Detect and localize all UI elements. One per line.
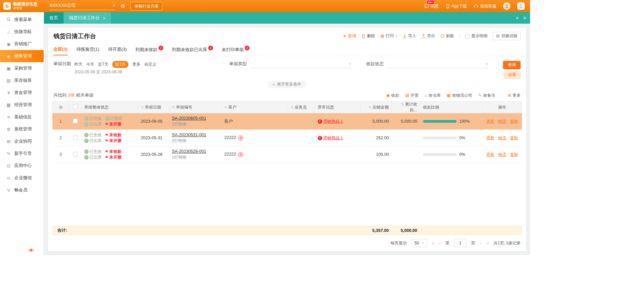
doc-type-select[interactable]: ∨	[250, 61, 352, 68]
date-option-more[interactable]: 更多	[132, 62, 140, 67]
filter-tab-to-invoice[interactable]: 待开票(3)	[108, 44, 127, 55]
column-settings-icon[interactable]: ⚙	[59, 105, 63, 110]
print-button[interactable]: 打印▾	[380, 33, 397, 39]
export-icon	[422, 34, 426, 38]
select-all-checkbox[interactable]	[73, 104, 78, 109]
col-date[interactable]: ⇅单据日期	[138, 101, 169, 113]
table-row[interactable]: 2 ✓已生效 ⚑未收款 ✓已出库 ⚑未开票	[52, 130, 522, 146]
doc-number-link[interactable]: SA-20230605-001	[172, 116, 206, 121]
sidebar-item-collaboration[interactable]: ⊞企业协同	[0, 135, 44, 147]
trial-industry-button[interactable]: 体验行业方案	[130, 2, 162, 10]
doc-number-link[interactable]: SA-20230526-001	[172, 149, 206, 154]
logistics-link[interactable]: 物流	[498, 119, 506, 124]
view-link[interactable]: 查看	[486, 152, 494, 157]
expand-more-conditions[interactable]: » 展开更多条件	[268, 81, 306, 88]
col-customer[interactable]: ⇅客户	[222, 101, 288, 113]
last-page-button[interactable]: »	[486, 241, 489, 245]
add-button[interactable]: 新增	[343, 33, 356, 39]
sidebar-item-search-menu[interactable]: 搜索菜单	[0, 14, 44, 26]
filter-tab-all[interactable]: 全部(3)	[53, 44, 68, 55]
row-checkbox[interactable]	[73, 152, 78, 157]
table-row[interactable]: 3 ✓已生效 ⚑未收款 ✓已出库 ⚑未开票	[52, 146, 522, 163]
bag-icon: ▣	[6, 66, 11, 71]
col-received[interactable]: ⇅累计收款...	[392, 101, 420, 113]
sidebar-item-funds[interactable]: ¥资金管理	[0, 87, 44, 99]
sidebar-item-app-center[interactable]: ⊡应用中心	[0, 160, 44, 172]
secondary-avatar[interactable]	[517, 2, 525, 10]
payment-status-select[interactable]: ∨	[387, 61, 489, 68]
row-received: 5,000.00	[392, 113, 420, 130]
app-download-button[interactable]: App下载	[446, 3, 467, 9]
col-number[interactable]: ⇅单据编号	[169, 101, 222, 113]
date-option-yesterday[interactable]: 昨天	[74, 62, 82, 67]
batch-change-remark[interactable]: ✎改备注	[478, 93, 495, 98]
batch-change-warehouse[interactable]: ⌂改仓库	[425, 93, 440, 98]
filter-tab-overdue-shipped[interactable]: 到期未收款已出库2	[172, 43, 213, 56]
copy-link[interactable]: 复制	[510, 119, 518, 124]
import-button[interactable]: 导入	[403, 33, 416, 39]
filter-tab-unprinted[interactable]: 未打印单据3	[222, 43, 249, 56]
view-link[interactable]: 查看	[486, 119, 494, 124]
row-checkbox[interactable]	[73, 119, 78, 123]
user-avatar[interactable]	[503, 2, 510, 10]
date-option-7days[interactable]: 近7天	[98, 62, 109, 67]
gear-icon[interactable]: ⚙	[121, 3, 125, 9]
next-page-button[interactable]: ›	[480, 241, 482, 245]
messages-button[interactable]: 99+ 消息	[424, 3, 439, 9]
per-page-select[interactable]: 50∨	[411, 239, 427, 247]
status-filter-tabs: 全部(3) 待拣验货(1) 待开票(3) 到期未收款2 到期未收款已出库2 未打…	[48, 43, 526, 56]
show-detail-checkbox[interactable]	[465, 34, 470, 39]
close-all-tabs-icon[interactable]: ×	[516, 15, 519, 21]
date-option-1month[interactable]: 近1月	[112, 61, 129, 68]
sidebar-item-membership[interactable]: V畅会员	[0, 184, 44, 196]
sidebar-item-marketing[interactable]: ◉营销推广	[0, 38, 44, 50]
date-option-custom[interactable]: 自定义	[144, 62, 156, 67]
col-amount[interactable]: ⇅实销金额	[361, 101, 392, 113]
tab-home[interactable]: 首页	[44, 12, 64, 24]
date-option-today[interactable]: 今天	[86, 62, 94, 67]
switch-legacy-button[interactable]: 切换旧版	[493, 32, 521, 40]
settings-button[interactable]: 设置	[504, 71, 521, 79]
tab-workbench[interactable]: 钱货日清工作台 ×	[64, 12, 111, 24]
close-tab-icon[interactable]: ×	[103, 16, 105, 21]
prev-page-button[interactable]: ‹	[439, 241, 441, 245]
sidebar-item-inventory[interactable]: ▤库存核算	[0, 74, 44, 87]
doc-detail-count: 1行明细	[172, 121, 219, 127]
view-link[interactable]: 查看	[486, 136, 494, 140]
sidebar-item-wecom[interactable]: ⊙企业微信	[0, 172, 44, 184]
logistics-link[interactable]: 物流	[498, 152, 506, 157]
sidebar-item-system[interactable]: ⚙系统管理	[0, 123, 44, 135]
sidebar-item-operations[interactable]: ▦经营管理	[0, 99, 44, 111]
sidebar-item-quick-nav[interactable]: ⌂快捷导航	[0, 26, 44, 38]
batch-change-logistics[interactable]: ▦改物流公司	[447, 93, 472, 98]
refresh-button[interactable]: 刷新	[440, 33, 454, 39]
sidebar-item-purchasing[interactable]: ▣采购管理	[0, 62, 44, 74]
copy-link[interactable]: 复制	[510, 136, 518, 140]
exception-link[interactable]: !滞销商品 1	[318, 135, 343, 141]
batch-more[interactable]: ⊞更多	[508, 93, 521, 98]
row-checkbox[interactable]	[73, 135, 78, 140]
company-selector[interactable]: XXXXXX公司 ∨	[49, 2, 115, 10]
batch-receive-payment[interactable]: ◉收款	[386, 93, 399, 98]
online-support-button[interactable]: 在线客服	[474, 3, 496, 9]
batch-invoice[interactable]: ▤开票	[405, 93, 419, 98]
page-number-input[interactable]	[454, 239, 467, 247]
doc-number-link[interactable]: SA-20230531-001	[172, 133, 206, 137]
table-row[interactable]: 1 ✓已生效 ✓已拣货 ✓已出库 ⚑未开票	[52, 113, 522, 130]
delete-button[interactable]: 删除	[361, 33, 375, 39]
filter-tab-overdue-unpaid[interactable]: 到期未收款2	[136, 43, 163, 56]
tab-menu-icon[interactable]: ≡	[523, 15, 526, 21]
logistics-link[interactable]: 物流	[498, 136, 506, 140]
filter-tab-to-pick[interactable]: 待拣验货(1)	[76, 44, 99, 55]
voice-assistant-icon[interactable]	[28, 247, 34, 254]
export-button[interactable]: 导出	[422, 33, 435, 39]
sidebar-item-sales[interactable]: ◈销售管理	[0, 50, 44, 62]
show-detail-toggle[interactable]: 显示明细	[465, 33, 487, 39]
sidebar-item-beginner-guide[interactable]: ✎新手引导	[0, 147, 44, 160]
exception-link[interactable]: !滞销商品 1	[318, 119, 343, 124]
first-page-button[interactable]: «	[432, 241, 434, 245]
col-salesperson[interactable]: ⇅业务员	[288, 101, 315, 113]
copy-link[interactable]: 复制	[510, 152, 518, 157]
sidebar-item-base-info[interactable]: ≡基础信息	[0, 111, 44, 123]
search-button[interactable]: 查询	[503, 61, 521, 69]
